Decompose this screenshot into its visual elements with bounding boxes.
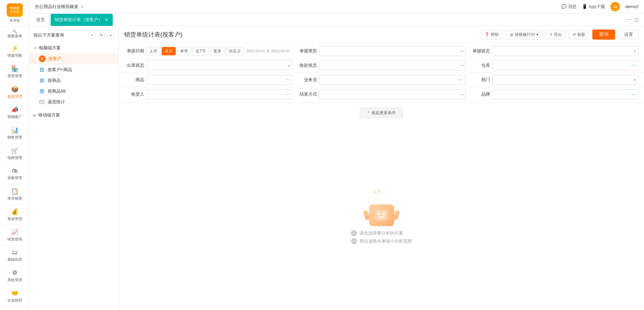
order-type-arrow-icon: ▾	[461, 49, 463, 53]
by-product-99-icon: 99	[39, 88, 45, 94]
top-header: 办公用品行业模拟账套 ▾ 💬 消息 📱 App下载 Ea demo2	[30, 0, 644, 13]
receipt-status-select[interactable]: ▾	[319, 60, 466, 70]
quick-nav-icon: ⚡	[11, 45, 18, 52]
tree-parent-mobile[interactable]: ▶ 移动端方案	[30, 110, 118, 120]
tab-home[interactable]: 首页	[32, 14, 49, 26]
salesperson-dots[interactable]: ···	[458, 77, 463, 83]
out-status-arrow-icon: ▾	[288, 64, 290, 67]
sidebar-item-purchase[interactable]: 🛍 采购管理	[0, 164, 29, 184]
warehouse-dots[interactable]: ···	[631, 62, 636, 68]
salesperson-input[interactable]: ···	[319, 75, 466, 85]
left-panel-header: 按以下方案查询 + ✎ «	[30, 29, 118, 42]
sidebar-item-operations[interactable]: 📈 经营管理	[0, 225, 29, 246]
brand-input[interactable]: ···	[492, 89, 639, 99]
sidebar-item-system[interactable]: ⚙ 系统管理	[0, 266, 29, 286]
sidebar-item-sales[interactable]: 📊 销售管理	[0, 123, 29, 144]
minimize-button[interactable]: —	[626, 16, 632, 23]
search-icon: 🔍	[12, 29, 17, 34]
refresh-button[interactable]: ↺ 刷新	[569, 30, 589, 39]
sidebar-item-basics[interactable]: 🗂 基础信息	[0, 246, 29, 266]
settlement-label: 结算方式	[297, 91, 317, 97]
sidebar-item-finance[interactable]: 💰 资金管理	[0, 205, 29, 225]
sales-icon: 📊	[11, 126, 18, 134]
tree-item-by-product-99[interactable]: 99 按商品99	[30, 86, 118, 97]
tree-item-by-customer[interactable]: 按 按客户	[30, 53, 118, 64]
date-this-year[interactable]: 本年	[177, 47, 191, 55]
order-type-select[interactable]: ▾	[319, 46, 466, 56]
settings-button[interactable]: 设置	[619, 30, 639, 39]
tree-item-by-product[interactable]: 品 按商品	[30, 75, 118, 86]
receipt-status-label: 收款状态	[297, 62, 317, 68]
tab-close-button[interactable]: ✕	[105, 17, 109, 22]
product-input[interactable]: ···	[146, 75, 293, 85]
message-button[interactable]: 💬 消息	[561, 4, 577, 10]
brand-label: 品牌	[470, 91, 490, 97]
sidebar-ecommerce-label: 电商管理	[7, 155, 22, 160]
sidebar-search-label: 搜索菜单	[7, 34, 22, 39]
hint-num-1: 1	[351, 230, 357, 236]
page-content: 按以下方案查询 + ✎ « ▼ 电脑端方案 按 按客户	[30, 26, 644, 310]
out-status-select[interactable]: ▾	[146, 60, 293, 70]
brand-dots[interactable]: ···	[631, 91, 636, 97]
user-name: demo2	[625, 4, 639, 9]
robot-face	[375, 210, 388, 221]
date-label: 单据日期	[124, 48, 144, 54]
date-last-7[interactable]: 近7天	[193, 47, 209, 55]
sidebar-item-wholesale[interactable]: 📦 批发管理	[0, 82, 29, 103]
consignee-input[interactable]: ···	[146, 89, 293, 99]
dept-select[interactable]: ▾	[492, 75, 639, 85]
bubble2	[377, 189, 381, 193]
finance-icon: 💰	[11, 208, 18, 215]
user-avatar[interactable]: Ea	[610, 2, 620, 11]
export-button[interactable]: ↗ 导出	[545, 30, 566, 39]
sidebar-marketing-label: 营销推广	[7, 114, 22, 119]
dept-arrow-icon: ▾	[634, 78, 636, 82]
product-label: 商品	[124, 77, 144, 83]
date-more[interactable]: 更多	[210, 47, 224, 55]
print-button[interactable]: 🖨 按模板打印 ▾	[506, 30, 542, 39]
breadcrumb-title: 办公用品行业模拟账套	[35, 4, 78, 10]
settlement-select[interactable]: ▾	[319, 89, 466, 99]
export-label: 导出	[554, 32, 562, 38]
logo-sub-text: 标准版	[10, 18, 20, 23]
sidebar-retail-label: 零售管理	[7, 73, 22, 79]
warehouse-input[interactable]: ···	[492, 60, 639, 70]
sidebar-item-enterprise[interactable]: 🤝 企业协同	[0, 286, 29, 307]
order-status-select[interactable]: ▾	[492, 46, 639, 56]
sidebar-item-marketing[interactable]: 📣 营销推广	[0, 103, 29, 123]
content-area: 1 请先选择要分析的方案 2 用过滤条件来缩小分析范围	[119, 123, 644, 310]
tree-parent-desktop[interactable]: ▼ 电脑端方案	[30, 43, 118, 53]
tab-sales-stat[interactable]: 销货单统计表（按客户） ✕	[51, 14, 113, 26]
sidebar-enterprise-label: 企业协同	[7, 298, 22, 303]
consignee-dots[interactable]: ···	[285, 91, 290, 97]
print-label: 按模板打印	[515, 32, 535, 38]
sidebar-item-ecommerce[interactable]: 🛒 电商管理	[0, 144, 29, 164]
sidebar-item-search[interactable]: 🔍 搜索菜单	[0, 27, 29, 41]
product-dots[interactable]: ···	[285, 77, 290, 83]
by-product-icon: 品	[39, 78, 45, 84]
collapse-button[interactable]: ⌃ 收起更多条件	[360, 108, 403, 118]
collapse-panel-button[interactable]: «	[107, 32, 114, 39]
date-this-month[interactable]: 本月	[162, 47, 176, 55]
app-download-button[interactable]: 📱 App下载	[582, 4, 605, 10]
add-scheme-button[interactable]: +	[88, 32, 96, 39]
empty-hints: 1 请先选择要分析的方案 2 用过滤条件来缩小分析范围	[351, 230, 412, 244]
date-custom[interactable]: 自定义	[226, 47, 244, 55]
tree-section-mobile: ▶ 移动端方案	[30, 109, 118, 121]
maximize-button[interactable]: ⊡	[634, 16, 639, 23]
out-status-cell: 出库状态 ▾	[124, 60, 293, 70]
sidebar-item-retail[interactable]: 🏪 零售管理	[0, 62, 29, 82]
tree-item-by-customer-product[interactable]: 客 按客户+商品	[30, 64, 118, 75]
by-product-99-label: 按商品99	[48, 88, 65, 94]
empty-illustration	[361, 189, 401, 226]
sidebar-item-quick-nav[interactable]: ⚡ 快捷导航	[0, 41, 29, 62]
breadcrumb-arrow: ▾	[81, 4, 83, 9]
help-button[interactable]: ❓ 帮助	[481, 30, 502, 39]
robot-eyes	[378, 212, 385, 215]
edit-scheme-button[interactable]: ✎	[98, 32, 105, 39]
date-last-month[interactable]: 上月	[146, 47, 160, 55]
sidebar-item-inventory[interactable]: 📋 库存核算	[0, 184, 29, 205]
sidebar-item-newbie[interactable]: 🎯 新手引导	[0, 307, 29, 310]
query-button[interactable]: 查询	[592, 30, 615, 40]
tree-item-return-stat[interactable]: 退货统计	[30, 97, 118, 107]
